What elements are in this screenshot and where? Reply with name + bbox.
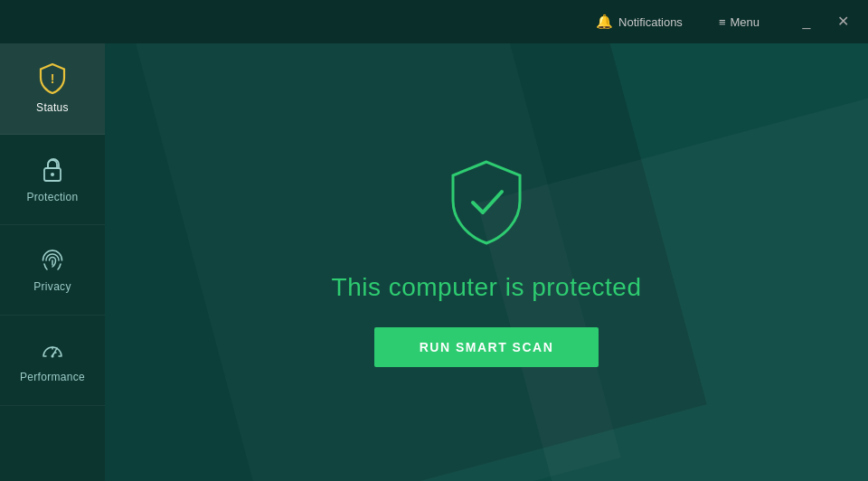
- svg-text:!: !: [51, 71, 55, 86]
- protected-shield-icon: [446, 157, 527, 248]
- performance-speedometer-icon: [40, 338, 65, 363]
- menu-button[interactable]: ≡ Menu: [712, 12, 767, 33]
- minimize-button[interactable]: _: [796, 11, 817, 33]
- sidebar-item-privacy[interactable]: Privacy: [0, 225, 105, 316]
- sidebar-item-status[interactable]: ! Status: [0, 43, 105, 135]
- svg-point-4: [52, 354, 54, 357]
- privacy-fingerprint-icon: [40, 248, 65, 273]
- title-bar-actions: 🔔 Notifications ≡ Menu _ ✕: [589, 10, 854, 33]
- sidebar-performance-label: Performance: [20, 371, 85, 383]
- run-smart-scan-button[interactable]: RUN SMART SCAN: [374, 327, 599, 367]
- status-shield-icon: !: [39, 63, 66, 94]
- bell-icon: 🔔: [596, 14, 613, 30]
- window-controls: _ ✕: [796, 11, 854, 33]
- sidebar-privacy-label: Privacy: [33, 280, 71, 293]
- sidebar: ! Status Protection: [0, 43, 105, 481]
- svg-point-2: [51, 173, 54, 176]
- close-icon: ✕: [837, 14, 849, 29]
- sidebar-protection-label: Protection: [26, 191, 78, 203]
- protection-lock-icon: [42, 156, 63, 184]
- sidebar-item-protection[interactable]: Protection: [0, 135, 105, 225]
- status-text: This computer is protected: [332, 273, 642, 302]
- sidebar-status-label: Status: [36, 101, 69, 114]
- sidebar-item-performance[interactable]: Performance: [0, 316, 105, 406]
- menu-label: Menu: [730, 15, 760, 29]
- minimize-icon: _: [803, 14, 811, 29]
- notifications-label: Notifications: [618, 15, 683, 29]
- app-window: 🔔 Notifications ≡ Menu _ ✕: [0, 0, 868, 481]
- notifications-button[interactable]: 🔔 Notifications: [589, 10, 690, 33]
- center-content: This computer is protected RUN SMART SCA…: [105, 43, 868, 481]
- title-bar: 🔔 Notifications ≡ Menu _ ✕: [0, 0, 868, 43]
- center-panel: This computer is protected RUN SMART SCA…: [105, 43, 868, 481]
- close-button[interactable]: ✕: [832, 11, 854, 33]
- main-content: ! Status Protection: [0, 43, 868, 481]
- hamburger-icon: ≡: [719, 15, 725, 29]
